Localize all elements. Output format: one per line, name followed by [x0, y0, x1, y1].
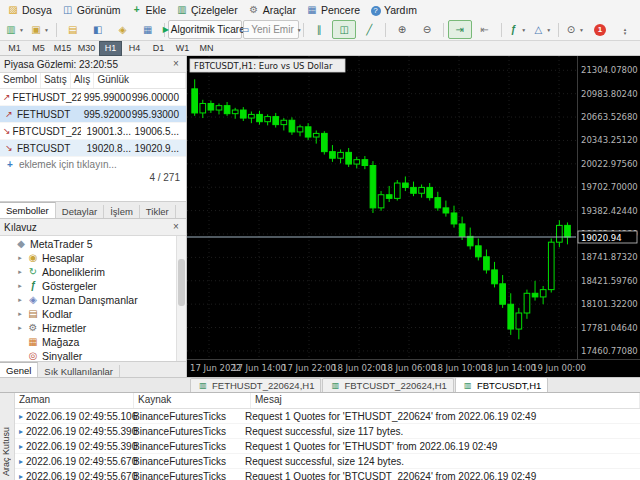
toolbar-separator	[558, 23, 559, 37]
navigator-item-gostergeler[interactable]: ▸Göstergeler	[0, 279, 186, 293]
chart-tab-fbtcusdt-220624[interactable]: FBTCUSDT_220624,H1	[322, 378, 453, 392]
timeframe-mn[interactable]: MN	[195, 41, 218, 56]
menu-label: Araçlar	[263, 4, 296, 16]
chart-shift-button[interactable]	[473, 20, 497, 39]
log-arrow-icon	[19, 410, 23, 423]
journal-time-cell: 2022.06.19 02:49:55.390	[15, 425, 129, 438]
toolbox-toggle[interactable]	[136, 20, 160, 39]
timeframe-m5[interactable]: M5	[27, 41, 50, 56]
navigator-toggle[interactable]	[111, 20, 135, 39]
navigator-item-hizmetler[interactable]: ▸Hizmetler	[0, 321, 186, 335]
menu-cizelgeler[interactable]: Çizelgeler	[171, 0, 243, 19]
expand-arrow-icon[interactable]: ▸	[16, 296, 24, 304]
expand-arrow-icon[interactable]: ▸	[16, 254, 24, 262]
journal-row[interactable]: 2022.06.19 02:49:55.390BinanceFuturesTic…	[15, 424, 640, 439]
menu-gorunum[interactable]: Görünüm	[57, 0, 126, 19]
new-order-button[interactable]: Yeni Emir▼	[243, 20, 299, 39]
timeframe-m1[interactable]: M1	[3, 41, 26, 56]
indicators-icon	[27, 280, 39, 292]
market-watch-add-symbol[interactable]: eklemek için tıklayın...	[0, 157, 186, 172]
time-axis-label: 18 Jun 10:00	[432, 363, 486, 373]
zoom-in-button[interactable]	[390, 20, 414, 39]
navigator-item-aboneliklerim[interactable]: ▸Aboneliklerim	[0, 265, 186, 279]
timeframe-h1[interactable]: H1	[99, 41, 122, 56]
timeframe-m30[interactable]: M30	[75, 41, 98, 56]
tab-semboller[interactable]: Semboller	[0, 202, 56, 218]
tab-tikler[interactable]: Tikler	[140, 205, 176, 218]
chart-tab-fbtcusdt[interactable]: FBTCUSDT,H1	[455, 377, 548, 392]
navigator-title: Kılavuz	[4, 222, 37, 233]
bar-chart-button[interactable]	[307, 20, 331, 39]
price-axis-label: 21304.07800	[581, 65, 638, 75]
chart-tab-icon	[197, 379, 209, 392]
navigator-item-metatrader5[interactable]: MetaTrader 5	[0, 237, 186, 251]
navigator-item-sinyaller[interactable]: Sinyaller	[0, 349, 186, 361]
navigator-item-hesaplar[interactable]: ▸Hesaplar	[0, 251, 186, 265]
market-watch-toggle[interactable]	[61, 20, 85, 39]
time-axis-label: 18 Jun 14:00	[482, 363, 536, 373]
toolbar-overflow-button[interactable]	[613, 20, 637, 39]
navigator-item-uzman-danismanlar[interactable]: ▸Uzman Danışmanlar	[0, 293, 186, 307]
notifications-button[interactable]: 1	[588, 20, 612, 39]
menu-label: Ekle	[146, 4, 166, 16]
journal-row[interactable]: 2022.06.19 02:49:55.670BinanceFuturesTic…	[15, 469, 640, 480]
menu-dosya[interactable]: Dosya	[2, 0, 57, 19]
expand-arrow-icon[interactable]: ▸	[16, 268, 24, 276]
tab-detaylar[interactable]: Detaylar	[56, 205, 104, 218]
journal-message: Request 1 Quotes for 'ETHUSDT_220624' fr…	[241, 411, 640, 422]
journal-row[interactable]: 2022.06.19 02:49:55.390BinanceFuturesTic…	[15, 439, 640, 454]
timeframe-w1[interactable]: W1	[171, 41, 194, 56]
zoom-out-button[interactable]	[415, 20, 439, 39]
market-watch-row-fethusdt[interactable]: FETHUSDT995.92000995.93000	[0, 106, 186, 123]
timeframe-d1[interactable]: D1	[147, 41, 170, 56]
timeframe-m15[interactable]: M15	[51, 41, 74, 56]
candlestick-chart[interactable]: 21304.0780020983.8024020663.5268020343.2…	[187, 56, 640, 377]
journal-row[interactable]: 2022.06.19 02:49:55.670BinanceFuturesTic…	[15, 454, 640, 469]
metatrader-window: DosyaGörünümEkleÇizelgelerAraçlarPencere…	[0, 0, 640, 480]
menu-araclar[interactable]: Araçlar	[243, 0, 301, 19]
column-header[interactable]: Günlük	[94, 73, 186, 88]
algo-trading-button[interactable]: Algoritmik Ticaret	[168, 20, 242, 39]
menu-pencere[interactable]: Pencere	[301, 0, 365, 19]
market-watch-tabs: SembollerDetaylarİşlemTikler	[0, 201, 186, 218]
profiles-button[interactable]: ▼	[28, 20, 52, 39]
menu-bar: DosyaGörünümEkleÇizelgelerAraçlarPencere…	[0, 0, 640, 20]
journal-row[interactable]: 2022.06.19 02:49:55.106BinanceFuturesTic…	[15, 409, 640, 424]
market-watch-row-fbtcusdt-2206[interactable]: FBTCUSDT_2206...19001.3...19006.5...	[0, 123, 186, 140]
tab-islem[interactable]: İşlem	[104, 205, 140, 218]
market-watch-row-fbtcusdt[interactable]: FBTCUSDT19020.8...19020.9...	[0, 140, 186, 157]
toolbox-vertical-label: Araç Kutusu	[1, 427, 11, 476]
market-watch-row-fethusdt-2206[interactable]: FETHUSDT_2206...995.99000996.00000	[0, 89, 186, 106]
toolbox-vertical-tab[interactable]: Araç Kutusu	[0, 393, 15, 480]
line-chart-button[interactable]	[357, 20, 381, 39]
column-header[interactable]: Sembol	[0, 73, 41, 88]
symbol-cell: FBTCUSDT	[0, 142, 81, 154]
column-header[interactable]: Kaynak	[134, 393, 251, 408]
expand-arrow-icon[interactable]: ▸	[16, 324, 24, 332]
column-header[interactable]: Satış	[41, 73, 71, 88]
tab-genel[interactable]: Genel	[0, 362, 38, 378]
indicators-button[interactable]: ▼	[505, 20, 529, 39]
chart-tab-fethusdt-220624[interactable]: FETHUSDT_220624,H1	[190, 378, 321, 392]
navigator-scrollbar[interactable]	[176, 236, 186, 361]
new-chart-button[interactable]: ▼	[3, 20, 27, 39]
close-icon[interactable]	[170, 58, 182, 70]
timeframe-h4[interactable]: H4	[123, 41, 146, 56]
search-button[interactable]: ▼	[563, 20, 587, 39]
expand-arrow-icon[interactable]: ▸	[16, 310, 24, 318]
column-header[interactable]: Zaman	[15, 393, 134, 408]
column-header[interactable]: Alış	[71, 73, 95, 88]
column-header[interactable]: Mesaj	[251, 393, 640, 408]
navigator-item-magaza[interactable]: Mağaza	[0, 335, 186, 349]
window-icon	[306, 4, 318, 16]
menu-ekle[interactable]: Ekle	[126, 0, 171, 19]
close-icon[interactable]	[170, 221, 182, 233]
auto-scroll-button[interactable]	[448, 20, 472, 39]
menu-yardim[interactable]: Yardım	[365, 0, 422, 19]
toolbar-separator	[303, 23, 304, 37]
candles-button[interactable]	[332, 20, 356, 39]
data-window-toggle[interactable]	[86, 20, 110, 39]
expand-arrow-icon[interactable]: ▸	[16, 282, 24, 290]
navigator-item-kodlar[interactable]: ▸Kodlar	[0, 307, 186, 321]
objects-button[interactable]: ▼	[530, 20, 554, 39]
